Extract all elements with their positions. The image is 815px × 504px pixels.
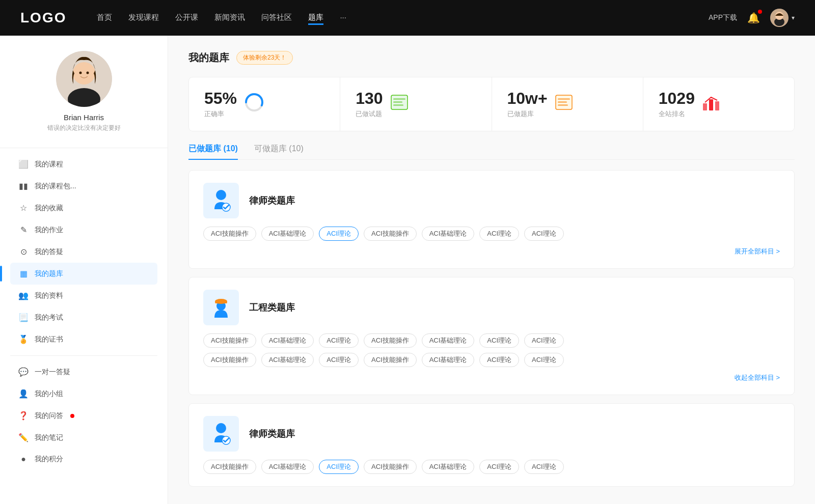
eng-tag-5[interactable]: ACI理论 — [479, 333, 519, 348]
sidebar-item-homework[interactable]: ✎ 我的作业 — [10, 219, 157, 241]
sidebar-item-1on1-qa[interactable]: 💬 一对一答疑 — [10, 361, 157, 383]
user-avatar-menu[interactable]: ▾ — [770, 9, 795, 27]
svg-point-5 — [73, 62, 95, 85]
tag-4[interactable]: ACI基础理论 — [422, 227, 475, 241]
stat-rank-value: 1029 — [659, 90, 695, 107]
sidebar-item-label: 我的作业 — [35, 226, 63, 235]
sidebar-item-label: 我的资料 — [35, 291, 63, 300]
sidebar-item-label: 我的问答 — [35, 411, 63, 421]
sidebar-item-my-questions[interactable]: ❓ 我的问答 — [10, 405, 157, 427]
tab-done-banks[interactable]: 已做题库 (10) — [188, 144, 238, 159]
main-layout: Brian Harris 错误的决定比没有决定要好 ⬜ 我的课程 ▮▮ 我的课程… — [0, 36, 815, 504]
law2-tag-2-active[interactable]: ACI理论 — [319, 460, 359, 474]
eng-tag2-3[interactable]: ACI技能操作 — [364, 353, 417, 367]
nav-home[interactable]: 首页 — [97, 11, 112, 25]
nav-qa[interactable]: 问答社区 — [261, 11, 292, 25]
eng-tag2-1[interactable]: ACI基础理论 — [261, 353, 314, 367]
notification-bell[interactable]: 🔔 — [747, 12, 760, 24]
stat-done-value: 130 — [356, 90, 383, 107]
sidebar-item-question-bank[interactable]: ▦ 我的题库 — [10, 263, 157, 285]
sidebar-item-my-certificate[interactable]: 🏅 我的证书 — [10, 328, 157, 350]
stat-rank-label: 全站排名 — [659, 109, 695, 119]
sidebar-menu: ⬜ 我的课程 ▮▮ 我的课程包... ☆ 我的收藏 ✎ 我的作业 ⊙ 我的答疑 … — [0, 153, 168, 470]
law2-tag-0[interactable]: ACI技能操作 — [203, 460, 256, 474]
qa-icon: ⊙ — [18, 247, 29, 257]
sidebar-item-my-courses[interactable]: ⬜ 我的课程 — [10, 153, 157, 175]
svg-rect-17 — [558, 104, 568, 106]
bank-title-engineer: 工程类题库 — [249, 301, 295, 314]
bank-card-header: 律师类题库 — [203, 183, 780, 218]
trial-badge: 体验剩余23天！ — [236, 51, 293, 65]
tag-3[interactable]: ACI技能操作 — [364, 227, 417, 241]
engineer-bank-icon — [203, 290, 239, 325]
sidebar-item-favorites[interactable]: ☆ 我的收藏 — [10, 197, 157, 219]
sidebar-item-my-notes[interactable]: ✏️ 我的笔记 — [10, 427, 157, 449]
sidebar-item-my-group[interactable]: 👤 我的小组 — [10, 383, 157, 405]
sidebar-item-my-exam[interactable]: 📃 我的考试 — [10, 306, 157, 328]
exam-icon: 📃 — [18, 313, 29, 322]
eng-tag-1[interactable]: ACI基础理论 — [261, 333, 314, 348]
tab-available-banks[interactable]: 可做题库 (10) — [254, 144, 304, 159]
nav-opencourse[interactable]: 公开课 — [175, 11, 198, 25]
eng-tag-3[interactable]: ACI技能操作 — [364, 333, 417, 348]
law2-tag-4[interactable]: ACI基础理论 — [422, 460, 475, 474]
sidebar-item-label: 我的小组 — [35, 389, 63, 399]
stat-done-banks: 10w+ 已做题库 — [492, 77, 643, 131]
tag-1[interactable]: ACI基础理论 — [261, 227, 314, 241]
nav-news[interactable]: 新闻资讯 — [214, 11, 245, 25]
tag-0[interactable]: ACI技能操作 — [203, 227, 256, 241]
svg-rect-16 — [558, 101, 567, 103]
bank-card-engineer: 工程类题库 ACI技能操作 ACI基础理论 ACI理论 ACI技能操作 ACI基… — [188, 277, 795, 395]
law2-tag-3[interactable]: ACI技能操作 — [364, 460, 417, 474]
stat-done-label: 已做试题 — [356, 109, 383, 119]
sidebar-item-my-qa[interactable]: ⊙ 我的答疑 — [10, 241, 157, 263]
eng-tag2-6[interactable]: ACI理论 — [524, 353, 564, 367]
eng-tag-4[interactable]: ACI基础理论 — [422, 333, 475, 348]
law2-tag-1[interactable]: ACI基础理论 — [261, 460, 314, 474]
eng-tag-0[interactable]: ACI技能操作 — [203, 333, 256, 348]
sidebar-item-my-data[interactable]: 👥 我的资料 — [10, 285, 157, 306]
notification-badge — [758, 10, 762, 14]
svg-point-26 — [216, 423, 226, 433]
eng-tag2-2[interactable]: ACI理论 — [319, 353, 359, 367]
sidebar: Brian Harris 错误的决定比没有决定要好 ⬜ 我的课程 ▮▮ 我的课程… — [0, 36, 168, 504]
eng-tag-6[interactable]: ACI理论 — [524, 333, 564, 348]
law2-tag-6[interactable]: ACI理论 — [524, 460, 564, 474]
sidebar-item-course-package[interactable]: ▮▮ 我的课程包... — [10, 175, 157, 197]
eng-tag2-0[interactable]: ACI技能操作 — [203, 353, 256, 367]
sidebar-item-label: 我的考试 — [35, 313, 63, 322]
sidebar-item-my-points[interactable]: ● 我的积分 — [10, 449, 157, 470]
homework-icon: ✎ — [18, 225, 29, 235]
sidebar-item-label: 我的证书 — [35, 335, 63, 344]
1on1-icon: 💬 — [18, 367, 29, 377]
tag-6[interactable]: ACI理论 — [524, 227, 564, 241]
collapse-link-engineer[interactable]: 收起全部科目 > — [203, 373, 780, 382]
tag-2-active[interactable]: ACI理论 — [319, 227, 359, 241]
tag-5[interactable]: ACI理论 — [479, 227, 519, 241]
svg-rect-18 — [703, 103, 707, 110]
sidebar-item-label: 我的课程 — [35, 160, 63, 169]
points-icon: ● — [18, 455, 29, 464]
eng-tag2-5[interactable]: ACI理论 — [479, 353, 519, 367]
top-navigation: LOGO 首页 发现课程 公开课 新闻资讯 问答社区 题库 ··· APP下载 … — [0, 0, 815, 36]
nav-discover[interactable]: 发现课程 — [128, 11, 159, 25]
logo[interactable]: LOGO — [20, 10, 66, 26]
sidebar-item-label: 我的笔记 — [35, 433, 63, 442]
svg-point-6 — [79, 72, 82, 74]
nav-questionbank[interactable]: 题库 — [308, 11, 323, 25]
app-download-link[interactable]: APP下载 — [709, 13, 737, 22]
eng-tag2-4[interactable]: ACI基础理论 — [422, 353, 475, 367]
rank-icon — [702, 93, 720, 115]
accuracy-icon — [244, 92, 264, 116]
nav-more[interactable]: ··· — [340, 11, 346, 25]
lawyer-2-bank-icon — [203, 416, 239, 452]
expand-link-lawyer-1[interactable]: 展开全部科目 > — [203, 247, 780, 256]
cert-icon: 🏅 — [18, 334, 29, 344]
course-icon: ⬜ — [18, 159, 29, 169]
profile-avatar — [56, 51, 112, 107]
sidebar-divider-2 — [10, 355, 157, 356]
package-icon: ▮▮ — [18, 181, 29, 191]
law2-tag-5[interactable]: ACI理论 — [479, 460, 519, 474]
bank-card-engineer-header: 工程类题库 — [203, 290, 780, 325]
eng-tag-2[interactable]: ACI理论 — [319, 333, 359, 348]
